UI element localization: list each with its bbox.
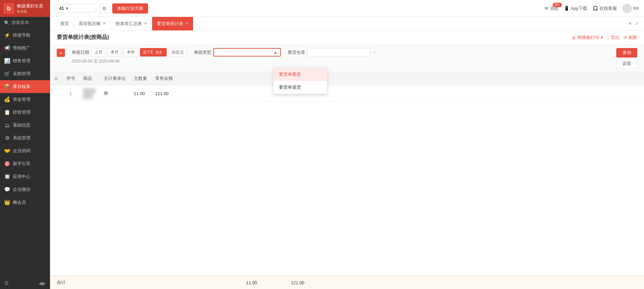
data-table: ⚙ 序号 商品 主计量单位 主数量 零售金额 1 ████ ███ [50,72,644,102]
sidebar-header: b 畅捷通好生意 标准版 [0,0,50,17]
tab-close-order[interactable]: ✕ [185,21,188,26]
type-filter-text-input[interactable] [217,50,273,55]
messages-button[interactable]: ✉ 消息 99+ [545,5,558,12]
nav-icon-basic: 🗂 [4,123,10,128]
sidebar-item-enterprise-wechat[interactable]: 💬企业微信 [0,183,50,196]
tab-actions: ✕ ⤢ [628,21,639,26]
sidebar-item-enterprise[interactable]: 🤝企业协同 [0,144,50,157]
top-header: 41 ▾ ⚙ 体验行业方案 ✉ 消息 99+ 📱 App下载 🎧 在线客服 R [50,0,644,17]
sidebar-item-member[interactable]: 👑畅会员 [0,196,50,209]
brand-text: 畅捷通好生意 标准版 [17,3,43,14]
header-gear-button[interactable]: ⚙ [99,4,109,13]
sidebar: b 畅捷通好生意 标准版 🔍 搜索菜单 ⚡快捷导航📢营销推广📊销售管理🛒采购管理… [0,0,50,289]
filter-bar: » 单据日期 上月 本月 本年 近7天 更多 自定义 2023-05-06 至 … [50,45,644,72]
data-table-container: ⚙ 序号 商品 主计量单位 主数量 零售金额 1 ████ ███ [50,72,644,276]
nav-icon-finance: 💰 [4,96,10,103]
user-avatar [622,4,632,13]
header-right: ✉ 消息 99+ 📱 App下载 🎧 在线客服 Rit [545,4,639,13]
nav-icon-app-center: 🔲 [4,174,10,180]
cell-goods: ████ ███ [79,85,100,102]
trial-button[interactable]: 体验行业方案 [112,3,148,14]
sidebar-item-purchase[interactable]: 🛒采购管理 [0,67,50,80]
nav-icon-enterprise: 🤝 [4,148,10,154]
sidebar-item-finance[interactable]: 💰资金管理 [0,93,50,106]
nav-icon-purchase: 🛒 [4,71,10,77]
search-icon: 🔍 [4,20,9,25]
settings-icon[interactable]: ⚙ [4,280,9,286]
tab-order-summary[interactable]: 要货单统计表 ✕ [152,17,193,30]
user-profile[interactable]: Rit [622,4,639,13]
tab-batch-account[interactable]: 库存批次账 ✕ [74,17,111,30]
filter-actions: 查询 设置 [616,48,637,68]
cell-unit: 块 [100,85,130,102]
sidebar-item-app-center[interactable]: 🔲应用中心 [0,170,50,183]
total-label: 合计 [57,280,77,286]
online-service-button[interactable]: 🎧 在线客服 [593,5,617,12]
tab-close-receivable[interactable]: ✕ [144,21,147,26]
sidebar-item-sales[interactable]: 📊销售管理 [0,54,50,67]
sidebar-item-operation[interactable]: 📋经营管理 [0,106,50,119]
tab-home[interactable]: 首页 [55,17,74,30]
tab-close-all-icon[interactable]: ✕ [628,21,632,26]
nav-icon-enterprise-wechat: 💬 [4,186,10,193]
type-filter-input[interactable]: ▲ [213,48,281,57]
col-unit-header: 主计量单位 [100,72,130,85]
date-this-year-button[interactable]: 本年 [124,48,138,57]
warehouse-more-icon[interactable]: ··· [372,49,377,55]
cell-empty [177,85,644,102]
print-button[interactable]: 🖨 按模板打印 ▾ [572,35,603,41]
cell-amount: 121.00 [151,85,177,102]
sidebar-item-basic[interactable]: 🗂基础信息 [0,119,50,132]
date-last-month-button[interactable]: 上月 [91,48,105,57]
header-left: 41 ▾ ⚙ 体验行业方案 [55,3,148,14]
sidebar-item-guide[interactable]: 🎯新手引导 [0,157,50,170]
export-icon: ↓ [607,35,610,40]
type-filter-arrow-icon[interactable]: ▲ [273,50,278,55]
main-content: 41 ▾ ⚙ 体验行业方案 ✉ 消息 99+ 📱 App下载 🎧 在线客服 R [50,0,644,289]
sidebar-item-inventory[interactable]: 📦库存核算 [0,80,50,93]
nav-icon-member: 👑 [4,199,10,205]
app-download-button[interactable]: 📱 App下载 [564,5,587,12]
filter-settings-button[interactable]: 设置 [616,59,637,68]
date-this-month-button[interactable]: 本月 [108,48,122,57]
table-footer: 合计 11.00 121.00 [50,276,644,289]
headset-icon: 🎧 [593,6,598,11]
search-menu[interactable]: 🔍 搜索菜单 [0,17,50,29]
sidebar-item-quick-nav[interactable]: ⚡快捷导航 [0,29,50,42]
collapse-icon[interactable]: ◀▶ [39,281,46,286]
col-goods-header: 商品 [79,72,100,85]
tab-receivable-summary[interactable]: 收发存汇总表 ✕ [111,17,152,30]
sidebar-item-system[interactable]: ⚙系统管理 [0,132,50,144]
query-button[interactable]: 查询 [616,48,637,58]
type-dropdown: 要货单要货 要货单退货 [273,68,327,94]
nav-icon-quick-nav: ⚡ [4,32,10,38]
col-settings-header[interactable]: ⚙ [50,72,62,85]
cell-quantity: 11.00 [130,85,151,102]
warehouse-filter-input[interactable] [307,48,370,57]
col-seq-header: 序号 [62,72,79,85]
warehouse-filter-group: 要货仓库 ··· [288,48,377,57]
sidebar-item-marketing[interactable]: 📢营销推广 [0,42,50,54]
page-content: 要货单统计表(按商品) 🖨 按模板打印 ▾ ↓ 导出 ↺ 刷新 » [50,30,644,289]
dropdown-item-order-goods[interactable]: 要货单要货 [273,68,327,81]
cell-settings [50,85,62,102]
nav-icon-marketing: 📢 [4,45,10,51]
phone-icon: 📱 [564,6,569,11]
date-custom-button[interactable]: 自定义 [169,48,187,57]
export-button[interactable]: ↓ 导出 [607,35,620,41]
nav-icon-guide: 🎯 [4,161,10,167]
refresh-button[interactable]: ↺ 刷新 [623,35,637,41]
tab-expand-icon[interactable]: ⤢ [635,21,639,26]
tab-close-batch[interactable]: ✕ [103,21,106,26]
page-actions: 🖨 按模板打印 ▾ ↓ 导出 ↺ 刷新 [572,35,638,41]
store-selector[interactable]: 41 ▾ [55,4,96,13]
date-recent-7-button[interactable]: 近7天 更多 [140,48,167,57]
dropdown-arrow-icon: ▾ [66,6,68,11]
filter-expand-button[interactable]: » [57,49,65,57]
col-amount-header: 零售金额 [151,72,177,85]
page-title: 要货单统计表(按商品) [57,34,109,41]
sidebar-nav: ⚡快捷导航📢营销推广📊销售管理🛒采购管理📦库存核算💰资金管理📋经营管理🗂基础信息… [0,29,50,277]
dropdown-item-order-return[interactable]: 要货单退货 [273,81,327,94]
nav-icon-system: ⚙ [4,135,10,141]
col-quantity-header: 主数量 [130,72,151,85]
